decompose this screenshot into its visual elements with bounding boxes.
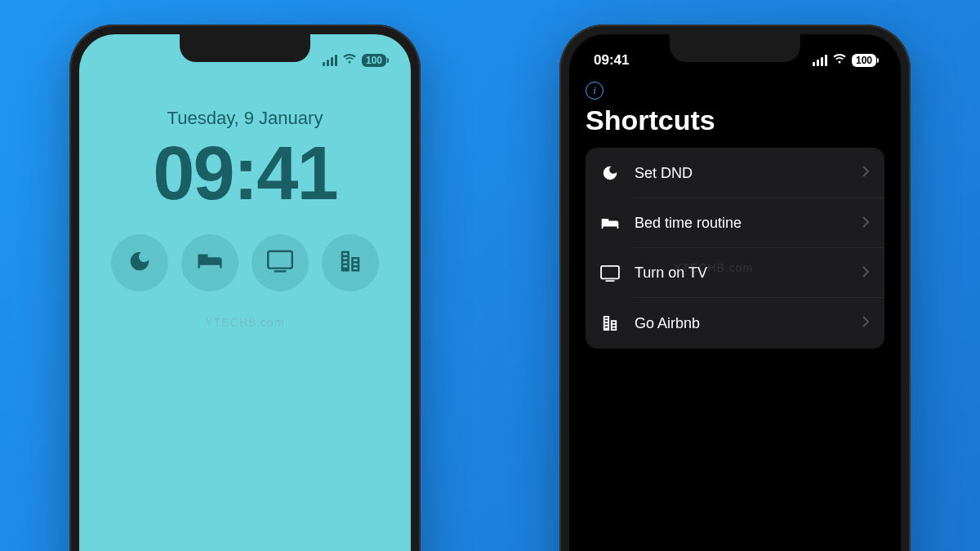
shortcuts-title: Shortcuts — [586, 104, 884, 136]
phone-right: 09:41 100 i Shortcuts Set DND Bed time r… — [559, 24, 911, 551]
lock-screen: 100 Tuesday, 9 January 09:41 YTECHB.com — [79, 34, 411, 551]
cellular-signal-icon — [323, 55, 337, 66]
widget-building[interactable] — [322, 234, 379, 291]
shortcut-label: Bed time routine — [635, 215, 847, 232]
shortcut-set-dnd[interactable]: Set DND — [586, 148, 884, 198]
watermark: YTECHB.com — [205, 316, 284, 329]
shortcut-label: Set DND — [635, 165, 847, 182]
lock-time: 09:41 — [79, 131, 411, 216]
building-icon — [600, 314, 620, 332]
lock-date: Tuesday, 9 January — [79, 108, 411, 129]
moon-icon — [127, 249, 152, 277]
shortcut-label: Go Airbnb — [635, 315, 847, 332]
svg-rect-0 — [268, 251, 292, 269]
bed-icon — [600, 216, 620, 231]
shortcut-go-airbnb[interactable]: Go Airbnb — [586, 298, 884, 349]
widget-bed[interactable] — [181, 234, 238, 291]
moon-icon — [600, 164, 620, 182]
bed-icon — [196, 249, 224, 277]
chevron-right-icon — [862, 216, 870, 232]
chevron-right-icon — [862, 315, 870, 331]
tv-icon — [267, 250, 293, 276]
shortcut-bed-time[interactable]: Bed time routine — [586, 198, 884, 248]
chevron-right-icon — [862, 265, 870, 282]
info-button[interactable]: i — [586, 82, 604, 100]
shortcuts-screen: 09:41 100 i Shortcuts Set DND Bed time r… — [569, 34, 901, 551]
chevron-right-icon — [862, 165, 870, 181]
battery-indicator: 100 — [362, 54, 386, 67]
widget-row — [79, 234, 411, 291]
watermark: YTECHB.com — [674, 261, 753, 274]
notch — [180, 34, 310, 62]
phone-left: 100 Tuesday, 9 January 09:41 YTECHB.com — [69, 24, 421, 551]
status-time: 09:41 — [594, 52, 629, 69]
notch — [670, 34, 800, 62]
cellular-signal-icon — [813, 55, 827, 66]
widget-tv[interactable] — [252, 234, 309, 291]
wifi-icon — [832, 53, 847, 68]
shortcuts-panel: Set DND Bed time routine Turn on TV Go A… — [586, 148, 884, 349]
svg-rect-2 — [601, 265, 619, 278]
widget-dnd[interactable] — [111, 234, 168, 291]
tv-icon — [600, 265, 620, 282]
building-icon — [339, 249, 362, 277]
battery-indicator: 100 — [852, 54, 876, 67]
wifi-icon — [342, 53, 357, 68]
